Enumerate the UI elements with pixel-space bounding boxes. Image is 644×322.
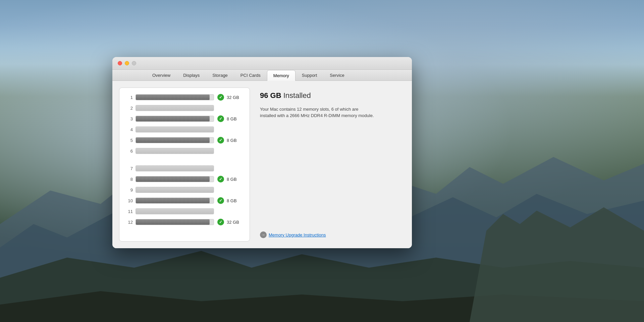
content-area: 1 ✓ 32 GB 2 3	[112, 81, 412, 248]
memory-link-row: → Memory Upgrade Instructions	[260, 231, 402, 238]
slot-bar-container-3	[136, 116, 214, 122]
slot-number-6: 6	[126, 149, 136, 154]
slot-check-5: ✓	[217, 136, 225, 144]
tab-storage[interactable]: Storage	[206, 70, 234, 80]
slot-number-11: 11	[126, 209, 136, 214]
slot-bar-container-11	[136, 208, 214, 214]
memory-info-panel: 96 GB Installed Your Mac contains 12 mem…	[257, 88, 405, 241]
tab-service[interactable]: Service	[323, 70, 351, 80]
slot-bar-6	[136, 148, 214, 154]
slot-size-10: 8 GB	[227, 198, 243, 203]
slot-check-10: ✓	[217, 197, 225, 205]
slot-number-9: 9	[126, 187, 136, 193]
tab-pci-cards[interactable]: PCI Cards	[234, 70, 267, 80]
slot-size-3: 8 GB	[227, 116, 243, 121]
slot-row-7: 7	[126, 164, 243, 172]
slot-size-12: 32 GB	[227, 220, 243, 225]
slot-bar-8	[136, 176, 210, 182]
slot-number-10: 10	[126, 198, 136, 203]
memory-upgrade-link[interactable]: Memory Upgrade Instructions	[269, 232, 326, 237]
slot-number-7: 7	[126, 166, 136, 171]
slot-row-3: 3 ✓ 8 GB	[126, 115, 243, 123]
slot-bar-1	[136, 95, 210, 100]
tab-displays[interactable]: Displays	[177, 70, 206, 80]
slot-bar-container-9	[136, 187, 214, 193]
slot-check-7	[217, 164, 225, 172]
slot-row-9: 9	[126, 186, 243, 194]
slot-bar-container-10	[136, 198, 214, 204]
slot-bar-10	[136, 198, 210, 203]
tab-support[interactable]: Support	[296, 70, 324, 80]
slot-bar-12	[136, 219, 210, 225]
slot-number-5: 5	[126, 138, 136, 143]
slot-number-2: 2	[126, 106, 136, 111]
tab-overview[interactable]: Overview	[146, 70, 177, 80]
maximize-button[interactable]	[132, 61, 136, 65]
slot-bar-5	[136, 138, 210, 143]
slot-row-5: 5 ✓ 8 GB	[126, 136, 243, 144]
memory-title: 96 GB Installed	[260, 91, 402, 101]
slot-bar-3	[136, 116, 210, 121]
slot-bar-container-6	[136, 148, 214, 154]
slot-number-12: 12	[126, 220, 136, 225]
check-icon-12: ✓	[217, 219, 224, 225]
slot-bar-container-7	[136, 165, 214, 171]
slot-number-8: 8	[126, 177, 136, 182]
slot-check-6	[217, 147, 225, 155]
slot-row-12: 12 ✓ 32 GB	[126, 218, 243, 226]
slot-size-8: 8 GB	[227, 177, 243, 182]
slot-check-12: ✓	[217, 218, 225, 226]
slot-row-2: 2	[126, 104, 243, 112]
check-icon-8: ✓	[217, 176, 224, 182]
slot-bar-11	[136, 209, 214, 214]
tab-bar: Overview Displays Storage PCI Cards Memo…	[112, 70, 412, 81]
minimize-button[interactable]	[125, 61, 129, 65]
slot-check-11	[217, 207, 225, 215]
slot-row-6: 6	[126, 147, 243, 155]
slot-bar-4	[136, 127, 214, 132]
slot-check-9	[217, 186, 225, 194]
slot-bar-container-5	[136, 137, 214, 143]
slot-number-4: 4	[126, 127, 136, 132]
slot-bar-container-8	[136, 176, 214, 182]
slot-check-2	[217, 104, 225, 112]
slot-check-1: ✓	[217, 93, 225, 101]
slot-group-divider	[126, 158, 243, 163]
slot-size-1: 32 GB	[227, 95, 243, 100]
slot-row-4: 4	[126, 125, 243, 133]
slot-row-8: 8 ✓ 8 GB	[126, 175, 243, 183]
slot-bar-2	[136, 105, 214, 111]
system-info-window: Overview Displays Storage PCI Cards Memo…	[112, 57, 412, 248]
slot-bar-7	[136, 166, 214, 171]
memory-total: 96 GB	[260, 91, 281, 100]
check-icon-10: ✓	[217, 197, 224, 204]
slot-check-3: ✓	[217, 115, 225, 123]
title-bar	[112, 57, 412, 70]
memory-description: Your Mac contains 12 memory slots, 6 of …	[260, 106, 374, 119]
memory-installed-label: Installed	[283, 91, 311, 100]
slot-size-5: 8 GB	[227, 138, 243, 143]
slot-bar-container-1	[136, 94, 214, 100]
slot-number-3: 3	[126, 116, 136, 121]
check-icon-1: ✓	[217, 94, 224, 101]
slot-check-4	[217, 125, 225, 133]
slot-check-8: ✓	[217, 175, 225, 183]
check-icon-3: ✓	[217, 115, 224, 122]
slot-bar-9	[136, 187, 214, 193]
memory-link-icon: →	[260, 231, 267, 238]
slot-bar-container-4	[136, 126, 214, 132]
memory-slots-panel: 1 ✓ 32 GB 2 3	[119, 88, 250, 241]
slot-number-1: 1	[126, 95, 136, 100]
check-icon-5: ✓	[217, 137, 224, 144]
slot-bar-container-2	[136, 105, 214, 111]
slot-row-10: 10 ✓ 8 GB	[126, 197, 243, 205]
close-button[interactable]	[118, 61, 122, 65]
slot-bar-container-12	[136, 219, 214, 225]
slot-row-11: 11	[126, 207, 243, 215]
tab-memory[interactable]: Memory	[267, 70, 296, 81]
slot-row-1: 1 ✓ 32 GB	[126, 93, 243, 101]
